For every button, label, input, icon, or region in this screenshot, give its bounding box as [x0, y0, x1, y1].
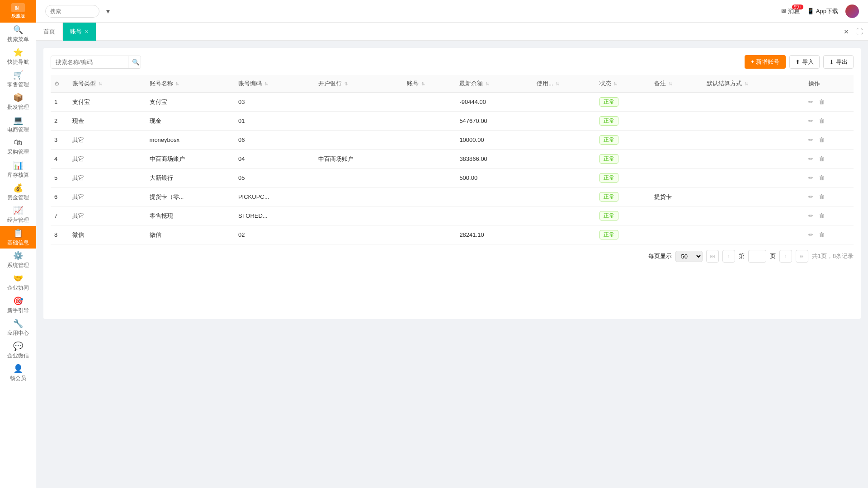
- cell-notes-1: [651, 112, 703, 131]
- edit-button-7[interactable]: ✏: [808, 231, 813, 238]
- delete-button-7[interactable]: 🗑: [819, 231, 825, 238]
- cell-usage-0: [533, 93, 596, 112]
- add-account-button[interactable]: + 新增账号: [745, 55, 786, 69]
- delete-button-6[interactable]: 🗑: [819, 212, 825, 219]
- col-actions: 操作: [805, 75, 854, 93]
- col-latest-balance: 最新余额 ⇅: [456, 75, 533, 93]
- import-button[interactable]: ⬆ 导入: [789, 55, 820, 69]
- cell-latest-balance-0: -90444.00: [456, 93, 533, 112]
- cell-usage-7: [533, 225, 596, 244]
- cell-account-num-0: [403, 93, 456, 112]
- message-button[interactable]: ✉ 消息 99+: [781, 7, 800, 15]
- cell-latest-balance-6: [456, 206, 533, 225]
- cell-account-type-7: 微信: [69, 225, 146, 244]
- delete-button-4[interactable]: 🗑: [819, 174, 825, 181]
- sort-account-num[interactable]: ⇅: [421, 81, 425, 86]
- top-search-input[interactable]: [45, 5, 99, 18]
- operations-icon: 📈: [13, 206, 23, 216]
- cell-usage-1: [533, 112, 596, 131]
- sort-usage[interactable]: ⇅: [556, 81, 559, 86]
- cell-latest-balance-5: [456, 188, 533, 206]
- user-avatar[interactable]: [845, 5, 859, 18]
- sidebar-item-system-mgmt[interactable]: ⚙️ 系统管理: [0, 249, 36, 271]
- sidebar-item-enterprise-agreement[interactable]: 🤝 企业协同: [0, 271, 36, 294]
- cell-bank-1: [315, 112, 403, 131]
- edit-button-6[interactable]: ✏: [808, 212, 813, 219]
- sidebar-item-ecommerce-mgmt[interactable]: 💻 电商管理: [0, 113, 36, 136]
- cell-account-name-4: 大新银行: [146, 169, 235, 188]
- sort-status[interactable]: ⇅: [613, 81, 617, 86]
- sort-latest-balance[interactable]: ⇅: [486, 81, 489, 86]
- cell-status-5: 正常: [596, 188, 651, 206]
- tab-fullscreen-button[interactable]: ⛶: [854, 26, 864, 37]
- tab-close-all-button[interactable]: ✕: [842, 26, 851, 37]
- export-button[interactable]: ⬇ 导出: [823, 55, 854, 69]
- top-search-dropdown[interactable]: ▼: [105, 8, 111, 15]
- search-input[interactable]: [51, 56, 128, 68]
- col-settings[interactable]: ⚙: [51, 75, 69, 93]
- sidebar-item-basic-info[interactable]: 📋 基础信息: [0, 226, 36, 249]
- tab-home[interactable]: 首页: [36, 23, 63, 41]
- cell-latest-balance-2: 10000.00: [456, 131, 533, 150]
- delete-button-0[interactable]: 🗑: [819, 99, 825, 105]
- edit-button-1[interactable]: ✏: [808, 117, 813, 124]
- cell-actions-4: ✏ 🗑: [805, 169, 854, 188]
- sidebar-item-purchase-mgmt[interactable]: 🛍 采购管理: [0, 136, 36, 158]
- search-button[interactable]: 🔍: [128, 56, 141, 68]
- edit-button-0[interactable]: ✏: [808, 99, 813, 105]
- status-badge-7: 正常: [599, 230, 618, 239]
- tab-accounts-close[interactable]: ✕: [85, 29, 89, 35]
- purchase-icon: 🛍: [14, 138, 22, 147]
- first-page-button[interactable]: ⏮: [706, 250, 719, 263]
- settings-icon[interactable]: ⚙: [54, 80, 60, 87]
- sort-account-name[interactable]: ⇅: [175, 81, 179, 86]
- cell-account-type-3: 其它: [69, 150, 146, 169]
- edit-button-2[interactable]: ✏: [808, 136, 813, 143]
- logo-icon: 财: [11, 3, 25, 12]
- delete-button-2[interactable]: 🗑: [819, 136, 825, 143]
- cell-num-6: 7: [51, 206, 69, 225]
- enterprise-wechat-icon: 💬: [13, 341, 23, 351]
- app-download-button[interactable]: 📱 App下载: [807, 7, 838, 15]
- status-badge-3: 正常: [599, 154, 618, 164]
- sidebar-item-search-menu[interactable]: 🔍 搜索菜单: [0, 23, 36, 45]
- edit-button-5[interactable]: ✏: [808, 193, 813, 200]
- cell-account-code-0: 03: [235, 93, 315, 112]
- delete-button-1[interactable]: 🗑: [819, 117, 825, 124]
- page-size-select[interactable]: 50 20 100: [675, 251, 703, 262]
- delete-button-3[interactable]: 🗑: [819, 155, 825, 162]
- toolbar: 🔍 + 新增账号 ⬆ 导入 ⬇ 导出: [51, 55, 854, 69]
- sort-default-settlement[interactable]: ⇅: [745, 81, 748, 86]
- cell-bank-5: [315, 188, 403, 206]
- sidebar-item-app-center[interactable]: 🔧 应用中心: [0, 316, 36, 339]
- sidebar-item-wholesale-mgmt[interactable]: 📦 批发管理: [0, 90, 36, 113]
- sidebar-item-members[interactable]: 👤 畅会员: [0, 361, 36, 384]
- page-number-input[interactable]: 1: [748, 250, 766, 263]
- prev-page-button[interactable]: ‹: [722, 250, 735, 263]
- cell-account-type-0: 支付宝: [69, 93, 146, 112]
- cell-account-num-6: [403, 206, 456, 225]
- cell-bank-3: 中百商场账户: [315, 150, 403, 169]
- last-page-button[interactable]: ⏭: [796, 250, 808, 263]
- cell-notes-0: [651, 93, 703, 112]
- sort-account-code[interactable]: ⇅: [264, 81, 268, 86]
- sidebar-item-capital-mgmt[interactable]: 💰 资金管理: [0, 181, 36, 203]
- edit-button-4[interactable]: ✏: [808, 174, 813, 181]
- sort-bank[interactable]: ⇅: [344, 81, 348, 86]
- next-page-button[interactable]: ›: [779, 250, 792, 263]
- sidebar-item-retail-mgmt[interactable]: 🛒 零售管理: [0, 68, 36, 90]
- sidebar-item-operations-mgmt[interactable]: 📈 经营管理: [0, 203, 36, 226]
- delete-button-5[interactable]: 🗑: [819, 193, 825, 200]
- sort-account-type[interactable]: ⇅: [99, 81, 102, 86]
- sidebar-item-newbie-guide[interactable]: 🎯 新手引导: [0, 294, 36, 316]
- sidebar-item-inventory-calc[interactable]: 📊 库存核算: [0, 158, 36, 181]
- sidebar-item-enterprise-wechat[interactable]: 💬 企业微信: [0, 339, 36, 361]
- sort-notes[interactable]: ⇅: [669, 81, 672, 86]
- edit-button-3[interactable]: ✏: [808, 155, 813, 162]
- cell-latest-balance-1: 547670.00: [456, 112, 533, 131]
- cell-account-type-5: 其它: [69, 188, 146, 206]
- sidebar-item-quick-nav[interactable]: ⭐ 快捷导航: [0, 45, 36, 68]
- content-card: 🔍 + 新增账号 ⬆ 导入 ⬇ 导出: [43, 48, 861, 319]
- status-badge-5: 正常: [599, 192, 618, 202]
- tab-accounts[interactable]: 账号 ✕: [63, 23, 96, 41]
